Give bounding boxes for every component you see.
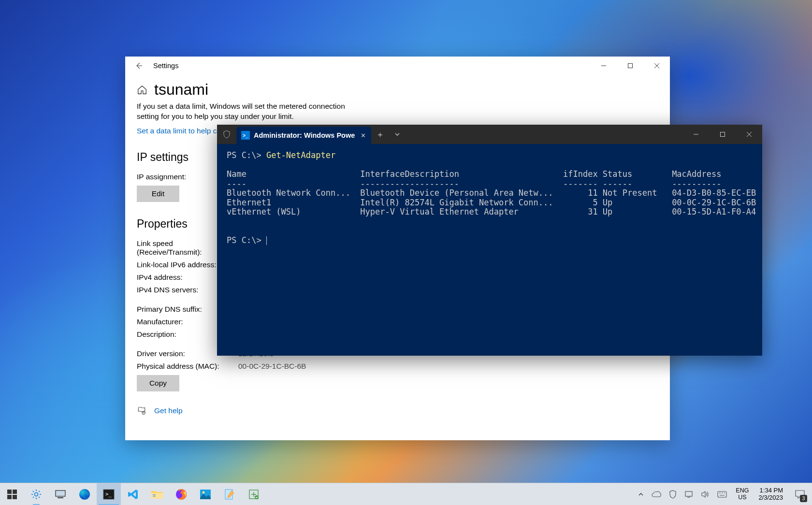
time-text: 1:34 PM [760, 487, 783, 494]
settings-titlebar[interactable]: Settings [125, 57, 670, 75]
terminal-close-button[interactable] [736, 125, 762, 144]
maximize-button[interactable] [617, 57, 643, 75]
help-icon: ? [137, 406, 146, 416]
taskbar-terminal[interactable]: >_ [97, 483, 121, 505]
date-text: 2/3/2023 [758, 494, 783, 502]
taskbar-explorer[interactable] [145, 483, 169, 505]
taskbar-photos[interactable] [193, 483, 218, 505]
new-tab-button[interactable]: ＋ [371, 125, 389, 144]
get-help-link[interactable]: Get help [154, 406, 183, 415]
terminal-minimize-button[interactable] [682, 125, 709, 144]
terminal-window: >_ Administrator: Windows Powe ✕ ＋ PS C:… [217, 125, 762, 356]
svg-text:?: ? [143, 412, 145, 415]
taskbar-app[interactable] [242, 483, 266, 505]
terminal-titlebar[interactable]: >_ Administrator: Windows Powe ✕ ＋ [217, 125, 762, 144]
lang-primary: ENG [736, 488, 749, 494]
svg-point-14 [35, 492, 38, 496]
taskbar-firefox[interactable] [169, 483, 193, 505]
svg-rect-11 [13, 490, 17, 494]
svg-rect-7 [720, 132, 725, 137]
svg-rect-1 [628, 64, 632, 68]
admin-shield-icon [217, 125, 236, 144]
tray-onedrive-icon[interactable] [648, 483, 665, 505]
terminal-tab[interactable]: >_ Administrator: Windows Powe ✕ [236, 127, 371, 144]
page-title: tsunami [154, 81, 208, 99]
terminal-tab-title: Administrator: Windows Powe [254, 131, 355, 139]
prompt: PS C:\> [227, 150, 261, 160]
svg-rect-16 [58, 497, 63, 498]
back-button[interactable] [133, 60, 145, 72]
notification-count: 3 [800, 495, 807, 502]
svg-rect-31 [718, 491, 726, 497]
start-button[interactable] [0, 483, 24, 505]
notification-button[interactable]: 3 [788, 483, 812, 505]
svg-rect-12 [7, 495, 12, 499]
svg-point-25 [203, 491, 205, 493]
settings-app-title: Settings [153, 62, 178, 70]
taskbar-settings[interactable] [24, 483, 48, 505]
svg-rect-29 [685, 491, 692, 496]
terminal-maximize-button[interactable] [709, 125, 736, 144]
cursor [266, 236, 267, 245]
property-label: Physical address (MAC): [137, 362, 238, 371]
taskbar-taskview[interactable] [48, 483, 72, 505]
svg-rect-15 [56, 491, 65, 496]
clock[interactable]: 1:34 PM 2/3/2023 [754, 483, 788, 505]
svg-rect-13 [13, 495, 17, 499]
command-text: Get-NetAdapter [266, 150, 335, 160]
tray-security-icon[interactable] [665, 483, 681, 505]
close-button[interactable] [643, 57, 670, 75]
taskbar-edge[interactable] [72, 483, 97, 505]
taskbar-vscode[interactable] [121, 483, 145, 505]
svg-rect-22 [153, 496, 156, 497]
property-value: 00-0C-29-1C-BC-6B [238, 362, 306, 371]
terminal-output[interactable]: PS C:\> Get-NetAdapter Name InterfaceDes… [217, 144, 762, 356]
edit-button[interactable]: Edit [137, 186, 179, 202]
data-limit-description: If you set a data limit, Windows will se… [137, 101, 349, 122]
property-row: Physical address (MAC):00-0C-29-1C-BC-6B [137, 360, 658, 373]
minimize-button[interactable] [590, 57, 617, 75]
powershell-icon: >_ [241, 131, 250, 140]
tray-ime-icon[interactable] [713, 483, 731, 505]
copy-button[interactable]: Copy [137, 375, 179, 391]
tray-chevron-up-icon[interactable] [634, 483, 648, 505]
svg-rect-21 [153, 494, 156, 495]
svg-text:>_: >_ [105, 491, 112, 497]
tray-volume-icon[interactable] [697, 483, 713, 505]
lang-secondary: US [738, 494, 746, 501]
close-tab-button[interactable]: ✕ [359, 131, 367, 140]
prompt: PS C:\> [227, 235, 261, 245]
home-icon[interactable] [137, 85, 147, 95]
tab-dropdown-button[interactable] [389, 125, 406, 144]
taskbar: >_ ENG US 1:34 PM 2/3/2023 3 [0, 483, 812, 505]
svg-point-28 [255, 495, 259, 499]
language-indicator[interactable]: ENG US [731, 483, 754, 505]
tray-network-icon[interactable] [681, 483, 697, 505]
svg-rect-10 [7, 490, 12, 494]
taskbar-notepad[interactable] [218, 483, 242, 505]
